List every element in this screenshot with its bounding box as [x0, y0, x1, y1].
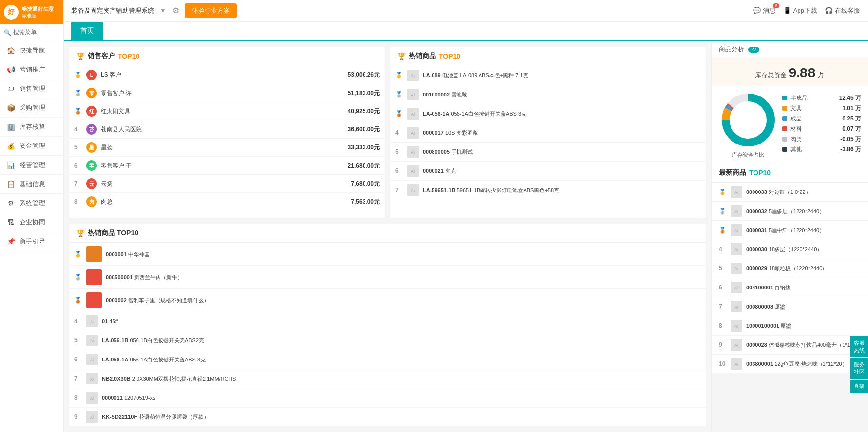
product-img [86, 269, 102, 285]
newest-rank: 8 [719, 322, 727, 329]
customer-avatar: 零 [86, 160, 97, 171]
svg-text:Ai: Ai [90, 338, 94, 343]
sidebar-item-sales[interactable]: 🏷 销售管理 [0, 79, 63, 98]
sidebar-item-inventory[interactable]: 🏢 库存核算 [0, 118, 63, 137]
hot-product-name: 0000001 中华神器 [106, 251, 701, 258]
newbie-icon: 📌 [6, 238, 16, 245]
svg-text:Ai: Ai [734, 247, 738, 252]
sale-item-rank: 🥇 [395, 72, 403, 79]
search-menu-item[interactable]: 🔍 搜索菜单 [0, 24, 63, 41]
legend-name: 成品 [790, 115, 839, 123]
svg-text:Ai: Ai [734, 324, 738, 329]
topbar: 装备及固定资产辅助管理系统 ▼ ⚙ 体验行业方案 💬 消息 6 📱 App下载 … [64, 0, 868, 22]
customer-name: 肉总 [101, 198, 347, 206]
sidebar-item-basic[interactable]: 📋 基础信息 [0, 175, 63, 194]
sidebar-item-purchase[interactable]: 📦 采购管理 [0, 98, 63, 118]
hot-product-row: 8 Ai 0000011 12070519-xs [69, 388, 706, 408]
newest-products-header: 最新商品 TOP10 [712, 164, 868, 183]
sidebar-item-finance[interactable]: 💰 资金管理 [0, 137, 63, 156]
newest-product-row: 🥇 Ai 0000033 对边带（1.0*22） [712, 183, 868, 202]
hot-product-rank: 9 [74, 413, 82, 420]
customer-row: 5 星 星扬 33,333.00元 [69, 139, 385, 157]
online-service-button[interactable]: 🎧 在线客服 [825, 6, 860, 15]
inventory-icon: 🏢 [6, 123, 16, 131]
tab-home[interactable]: 首页 [71, 22, 103, 40]
inventory-badge: 22 [748, 47, 759, 53]
customer-service-btn[interactable]: 客服 热线 [850, 336, 868, 357]
sidebar-item-marketing[interactable]: 📢 营销推广 [0, 60, 63, 79]
sale-item-rank: 5 [395, 148, 403, 155]
customer-avatar: 星 [86, 142, 97, 153]
svg-text:Ai: Ai [411, 93, 415, 97]
svg-text:Ai: Ai [90, 319, 94, 324]
operation-icon: 📊 [6, 161, 16, 169]
hot-product-name: 01 45# [102, 318, 701, 324]
sale-item-row: 6 Ai 0000021 夹克 [390, 162, 706, 181]
legend-value: 1.01 万 [842, 104, 861, 113]
system-title: 装备及固定资产辅助管理系统 [71, 6, 154, 15]
sale-item-rank: 6 [395, 168, 403, 174]
newest-product-name: 0000029 18颗粒板（1220*2440） [746, 265, 861, 272]
sidebar-item-enterprise[interactable]: 🏗 企业协同 [0, 213, 63, 232]
customer-row: 6 零 零售客户·于 21,680.00元 [69, 157, 385, 175]
customer-amount: 21,680.00元 [348, 162, 380, 170]
marketing-icon: 📢 [6, 66, 16, 73]
newest-img: Ai [731, 243, 742, 255]
right-panel: 商品分析 22 库存总资金 9.88 万 [711, 41, 868, 432]
inventory-header-label: 商品分析 [719, 45, 744, 54]
customer-rank: 🥈 [74, 90, 82, 96]
newest-product-row: 6 Ai 004100001 白钢垫 [712, 278, 868, 297]
newest-product-name: 0000033 对边带（1.0*22） [746, 189, 861, 196]
customer-amount: 36,600.00元 [348, 125, 380, 134]
newest-product-name: 0000030 18多层（1220*2440） [746, 246, 861, 253]
customer-row: 8 肉 肉总 7,563.00元 [69, 193, 385, 211]
newest-img: Ai [731, 282, 742, 293]
svg-text:Ai: Ai [90, 396, 94, 401]
newest-product-name: 003800001 22g鱼豆腐·烧烤味（1*12*20） [746, 360, 861, 368]
legend-name: 半成品 [790, 94, 836, 102]
customer-rank: 8 [74, 198, 82, 205]
customer-name: 苍南县人民医院 [101, 125, 344, 134]
sidebar-item-system[interactable]: ⚙ 系统管理 [0, 194, 63, 213]
hot-products-list: 🥇 0000001 中华神器 🥈 000500001 新西兰牛肉（新牛） 🥉 0… [69, 243, 706, 426]
newest-img: Ai [731, 358, 742, 370]
sidebar-item-newbie[interactable]: 📌 新手引导 [0, 232, 63, 251]
customer-rank: 5 [74, 144, 82, 151]
customer-row: 🥈 零 零售客户·许 51,183.00元 [69, 84, 385, 102]
dropdown-icon[interactable]: ▼ [160, 7, 166, 14]
legend-value: -0.05 万 [840, 135, 861, 144]
hot-products-card: 🏆 热销商品 TOP10 🥇 0000001 中华神器 🥈 000500001 … [69, 224, 706, 426]
sale-item-img: Ai [407, 108, 419, 120]
hot-product-row: 🥇 0000001 中华神器 [69, 243, 706, 266]
legend-dot [782, 96, 787, 100]
newest-img: Ai [731, 339, 742, 351]
messages-button[interactable]: 💬 消息 6 [753, 6, 776, 15]
live-chat-btn[interactable]: 直播 [850, 380, 868, 393]
sidebar-label-newbie: 新手引导 [20, 237, 45, 246]
sale-item-rank: 7 [395, 187, 403, 193]
customer-name: 零售客户·于 [101, 162, 344, 170]
search-icon: 🔍 [4, 29, 11, 36]
service-community-btn[interactable]: 服务 社区 [850, 358, 868, 379]
sidebar-label-system: 系统管理 [20, 199, 45, 208]
hot-product-row: 4 Ai 01 45# [69, 312, 706, 331]
app-download-button[interactable]: 📱 App下载 [783, 6, 817, 15]
svg-text:Ai: Ai [90, 415, 94, 420]
sidebar-item-operation[interactable]: 📊 经营管理 [0, 156, 63, 175]
trial-button[interactable]: 体验行业方案 [185, 3, 237, 18]
sale-item-row: 7 Ai LA-59651-1B 59651-1B旋转投影灯电池盒ABS黑色+5… [390, 181, 706, 199]
hot-products-header: 🏆 热销商品 TOP10 [69, 224, 706, 243]
settings-icon[interactable]: ⚙ [172, 6, 179, 15]
svg-text:Ai: Ai [90, 377, 94, 382]
newest-rank: 7 [719, 303, 727, 310]
hot-product-name: 0000011 12070519-xs [102, 395, 701, 401]
legend-dot [782, 137, 787, 142]
customer-avatar: 红 [86, 106, 97, 117]
svg-text:Ai: Ai [411, 73, 415, 78]
product-img-placeholder: Ai [86, 315, 98, 327]
logo-text: 畅捷通好生意 标准版 [22, 5, 54, 19]
top10-label: TOP10 [118, 52, 139, 60]
logo-icon: 好 [4, 5, 19, 20]
sidebar-item-quick-nav[interactable]: 🏠 快捷导航 [0, 41, 63, 60]
hot-product-rank: 🥇 [74, 251, 82, 258]
